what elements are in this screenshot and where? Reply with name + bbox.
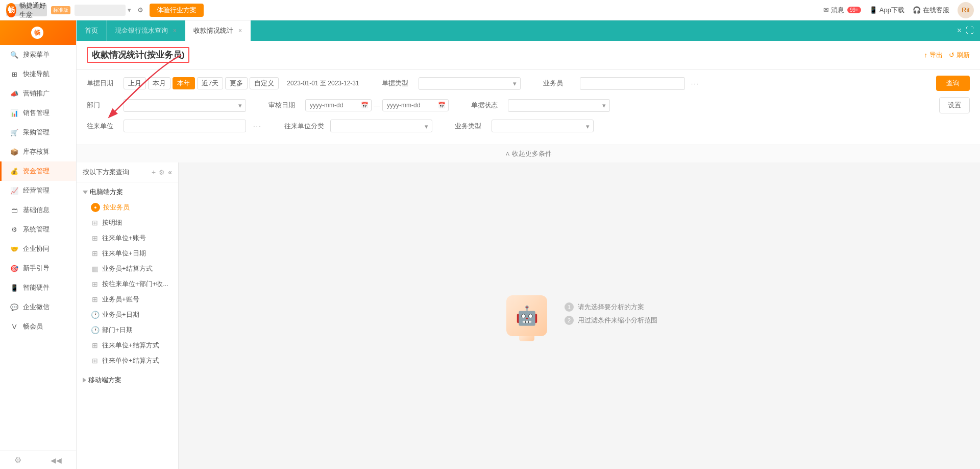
dept-select[interactable] <box>124 99 246 112</box>
top-bar-right: ✉ 消息 99+ 📱 App下载 🎧 在线客服 Rit <box>823 2 974 18</box>
tab-bank-flow[interactable]: 现金银行流水查询 × <box>107 20 185 41</box>
scheme-item-dept-date[interactable]: 🕐 部门+日期 <box>77 322 178 338</box>
sidebar-item-finance[interactable]: 💰 资金管理 <box>0 161 76 181</box>
sidebar-item-guide[interactable]: 🎯 新手引导 <box>0 259 76 278</box>
left-panel-title: 按以下方案查询 <box>83 168 129 177</box>
tab-close-all-btn[interactable]: × <box>957 26 962 35</box>
date-btn-custom[interactable]: 自定义 <box>250 77 279 89</box>
scheme-item-salesman-settlement[interactable]: ▦ 业务员+结算方式 <box>77 261 178 276</box>
finance-icon: 💰 <box>10 167 19 176</box>
user-avatar[interactable]: Rit <box>958 2 974 18</box>
sidebar-item-inventory[interactable]: 📦 库存核算 <box>0 142 76 161</box>
inventory-icon: 📦 <box>10 147 19 156</box>
content-area: 首页 现金银行流水查询 × 收款情况统计 × × ⛶ 收款情况统计(按业务员) … <box>77 20 980 469</box>
grid-icon-partner-settlement: ⊞ <box>91 341 99 349</box>
scheme-item-partner-settlement[interactable]: ⊞ 往来单位+结算方式 <box>77 338 178 353</box>
scheme-settings-icon[interactable]: ⚙ <box>159 169 165 176</box>
doc-status-select[interactable] <box>508 99 610 112</box>
sidebar-item-purchase[interactable]: 🛒 采购管理 <box>0 123 76 142</box>
empty-step-1: 1 请先选择要分析的方案 <box>565 302 657 312</box>
scheme-group-desktop-header[interactable]: 电脑端方案 <box>77 184 178 200</box>
date-btn-more[interactable]: 更多 <box>225 77 248 89</box>
hardware-icon: 📱 <box>10 283 19 292</box>
top-bar-left: 畅 畅捷通好生意 标准版 ▾ ⚙ 体验行业方案 <box>6 4 204 17</box>
scheme-item-salesman-date[interactable]: 🕐 业务员+日期 <box>77 307 178 322</box>
message-icon: ✉ <box>823 6 829 14</box>
scheme-item-partner-dept-income[interactable]: ⊞ 按往来单位+部门+收... <box>77 276 178 292</box>
filter-row-date: 单据日期 上月 本月 本年 近7天 更多 自定义 2023-01-01 至 20… <box>87 76 970 91</box>
date-btn-this-year[interactable]: 本年 <box>173 77 195 89</box>
sidebar-item-wechat[interactable]: 💬 企业微信 <box>0 297 76 317</box>
clock-icon-salesman-date: 🕐 <box>91 311 99 319</box>
doc-status-label: 单据状态 <box>471 101 502 110</box>
marketing-icon: 📣 <box>10 89 19 98</box>
sidebar-item-quick-nav[interactable]: ⊞ 快捷导航 <box>0 64 76 84</box>
date-btn-7days[interactable]: 近7天 <box>197 77 223 89</box>
tab-receipt-stats[interactable]: 收款情况统计 × <box>185 20 251 41</box>
biz-type-select[interactable] <box>492 120 594 132</box>
clock-icon-dept-date: 🕐 <box>91 326 99 334</box>
filter-row-partner: 往来单位 ··· 往来单位分类 业务类型 <box>87 120 970 132</box>
message-btn[interactable]: ✉ 消息 99+ <box>823 6 861 15</box>
step-num-1: 1 <box>565 302 574 312</box>
partner-type-select[interactable] <box>330 120 432 132</box>
refresh-btn[interactable]: ↺ 刷新 <box>949 51 970 60</box>
partner-label: 往来单位 <box>87 122 117 131</box>
scheme-item-partner-account[interactable]: ⊞ 往来单位+账号 <box>77 230 178 246</box>
sales-rep-input-wrap <box>580 77 685 90</box>
date-range-display: 2023-01-01 至 2023-12-31 <box>287 79 359 88</box>
doc-type-select-wrap <box>419 77 521 90</box>
sidebar-item-basic[interactable]: 🗃 基础信息 <box>0 200 76 220</box>
calendar-from-icon: 📅 <box>361 102 369 109</box>
scheme-item-partner-date[interactable]: ⊞ 往来单位+日期 <box>77 246 178 261</box>
scheme-item-salesman-account[interactable]: ⊞ 业务员+账号 <box>77 292 178 307</box>
system-icon: ⚙ <box>10 225 19 234</box>
sidebar-item-operations[interactable]: 📈 经营管理 <box>0 181 76 200</box>
scheme-item-by-salesman[interactable]: ● 按业务员 <box>77 200 178 215</box>
date-btn-this-month[interactable]: 本月 <box>148 77 170 89</box>
trial-btn[interactable]: 体验行业方案 <box>150 4 204 17</box>
partner-input[interactable] <box>124 120 246 132</box>
sidebar-item-sales[interactable]: 📊 销售管理 <box>0 103 76 123</box>
sales-rep-input[interactable] <box>580 77 685 90</box>
scheme-group-desktop: 电脑端方案 ● 按业务员 ⊞ 按明细 ⊞ 往来 <box>77 182 178 370</box>
scheme-group-mobile-header[interactable]: 移动端方案 <box>77 372 178 388</box>
sidebar-item-search-menu[interactable]: 🔍 搜索菜单 <box>0 45 76 64</box>
tab-close-receipt-stats[interactable]: × <box>238 27 242 34</box>
query-btn[interactable]: 查询 <box>936 76 970 91</box>
empty-illustration: 🤖 1 请先选择要分析的方案 2 <box>501 293 657 339</box>
settings-gear-icon[interactable]: ⚙ <box>135 5 145 15</box>
tab-maximize-btn[interactable]: ⛶ <box>966 26 974 35</box>
collapse-bar[interactable]: ∧ 收起更多条件 <box>77 145 980 162</box>
tab-bar-right: × ⛶ <box>951 20 980 41</box>
date-btn-prev-month[interactable]: 上月 <box>124 77 146 89</box>
partner-input-wrap <box>124 120 246 132</box>
dropdown-arrow[interactable]: ▾ <box>128 6 131 14</box>
empty-state: 🤖 1 请先选择要分析的方案 2 <box>179 162 980 469</box>
collapse-panel-icon[interactable]: « <box>168 168 172 176</box>
scheme-item-partner-settlement2[interactable]: ⊞ 往来单位+结算方式 <box>77 353 178 368</box>
tab-close-bank-flow[interactable]: × <box>173 27 177 34</box>
partner-more-icon[interactable]: ··· <box>253 122 262 130</box>
page-header-actions: ↑ 导出 ↺ 刷新 <box>924 51 970 60</box>
edition-tag: 标准版 <box>51 6 70 14</box>
doc-type-select[interactable] <box>419 77 521 90</box>
sidebar-collapse-icon[interactable]: ◀◀ <box>51 456 62 464</box>
basic-icon: 🗃 <box>10 205 19 215</box>
sidebar-item-hardware[interactable]: 📱 智能硬件 <box>0 278 76 297</box>
sidebar-item-system[interactable]: ⚙ 系统管理 <box>0 220 76 239</box>
sales-rep-more-icon[interactable]: ··· <box>691 80 700 87</box>
add-scheme-icon[interactable]: + <box>152 168 156 176</box>
settings-btn[interactable]: 设置 <box>939 97 970 113</box>
sidebar-item-marketing[interactable]: 📣 营销推广 <box>0 84 76 103</box>
online-service-btn[interactable]: 🎧 在线客服 <box>913 6 949 15</box>
sidebar-settings-icon[interactable]: ⚙ <box>14 455 21 465</box>
date-separator: — <box>374 102 380 109</box>
export-btn[interactable]: ↑ 导出 <box>924 51 943 60</box>
tab-home[interactable]: 首页 <box>77 20 107 41</box>
app-download-btn[interactable]: 📱 App下载 <box>869 6 904 15</box>
scheme-item-by-detail[interactable]: ⊞ 按明细 <box>77 215 178 230</box>
sidebar-logo: 畅 <box>0 20 76 45</box>
sidebar-item-enterprise[interactable]: 🤝 企业协同 <box>0 239 76 259</box>
sidebar-item-member[interactable]: V 畅会员 <box>0 317 76 336</box>
